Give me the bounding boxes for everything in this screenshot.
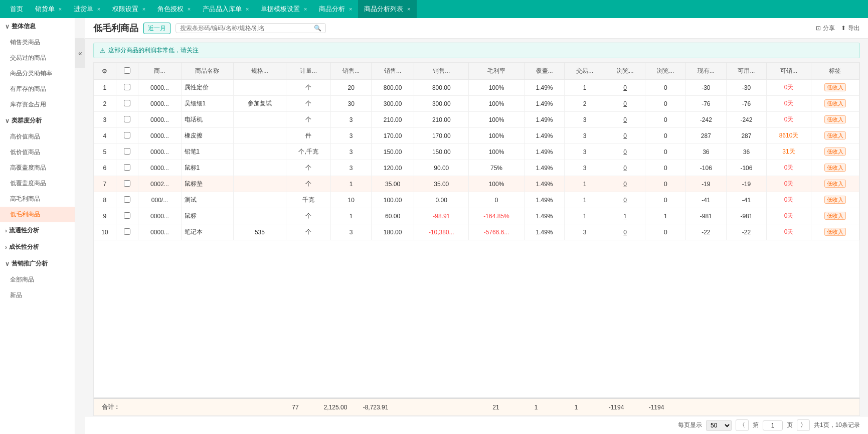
sidebar-collapse-button[interactable]: « <box>75 38 85 68</box>
close-icon[interactable]: × <box>407 6 410 12</box>
col-checkbox[interactable] <box>116 63 138 80</box>
warning-icon: ⚠ <box>100 47 105 54</box>
sidebar-item-high-value[interactable]: 高价值商品 <box>0 129 75 144</box>
row-browse1[interactable]: 0 <box>605 176 645 192</box>
row-checkbox[interactable] <box>116 144 138 160</box>
sidebar-item-high-margin[interactable]: 高毛利商品 <box>0 191 75 207</box>
row-coverage: 1.49% <box>524 112 565 128</box>
row-browse1[interactable]: 0 <box>605 224 645 240</box>
search-icon[interactable]: 🔍 <box>314 25 321 32</box>
row-available: 287 <box>726 128 767 144</box>
sidebar-group-overview[interactable]: ∨ 整体信息 <box>0 18 75 35</box>
row-select-checkbox[interactable] <box>124 228 130 235</box>
row-name[interactable]: 铅笔1 <box>181 144 234 160</box>
row-checkbox[interactable] <box>116 128 138 144</box>
col-settings[interactable]: ⚙ <box>94 63 116 80</box>
close-icon[interactable]: × <box>304 6 307 12</box>
row-tag: 低收入 <box>811 96 859 112</box>
nav-sales-order[interactable]: 销货单 × <box>29 0 68 18</box>
page-number-input[interactable] <box>763 420 783 430</box>
sidebar-group-growth[interactable]: › 成长性分析 <box>0 239 75 255</box>
row-browse1[interactable]: 0 <box>605 112 645 128</box>
row-checkbox[interactable] <box>116 176 138 192</box>
select-all-checkbox[interactable] <box>124 67 130 74</box>
row-name[interactable]: 属性定价 <box>181 80 234 96</box>
row-browse1[interactable]: 0 <box>605 192 645 208</box>
row-name[interactable]: 吴细细1 <box>181 96 234 112</box>
row-select-checkbox[interactable] <box>124 132 130 138</box>
row-select-checkbox[interactable] <box>124 148 130 155</box>
row-name[interactable]: 鼠标垫 <box>181 176 234 192</box>
close-icon[interactable]: × <box>59 6 62 12</box>
row-available: -76 <box>726 96 767 112</box>
sidebar-item-all-products[interactable]: 全部商品 <box>0 272 75 287</box>
row-select-checkbox[interactable] <box>124 100 130 106</box>
next-page-button[interactable]: 〉 <box>797 419 810 431</box>
row-select-checkbox[interactable] <box>124 212 130 219</box>
nav-product-analysis[interactable]: 商品分析 × <box>313 0 358 18</box>
row-select-checkbox[interactable] <box>124 196 130 203</box>
search-input[interactable] <box>180 25 314 32</box>
sidebar-group-marketing[interactable]: ∨ 营销推广分析 <box>0 255 75 272</box>
sidebar-item-low-coverage[interactable]: 低覆盖度商品 <box>0 176 75 191</box>
row-name[interactable]: 橡皮擦 <box>181 128 234 144</box>
sidebar-item-traded-products[interactable]: 交易过的商品 <box>0 50 75 66</box>
row-browse2: 0 <box>645 176 686 192</box>
page-label: 第 <box>753 421 759 429</box>
row-select-checkbox[interactable] <box>124 84 130 90</box>
close-icon[interactable]: × <box>97 6 100 12</box>
row-unit: 个,千克 <box>286 144 331 160</box>
row-name[interactable]: 笔记本 <box>181 224 234 240</box>
nav-permissions[interactable]: 权限设置 × <box>106 0 151 18</box>
row-tag: 低收入 <box>811 112 859 128</box>
sidebar-item-new-products[interactable]: 新品 <box>0 287 75 303</box>
sidebar-item-sales-products[interactable]: 销售类商品 <box>0 35 75 50</box>
nav-template-settings[interactable]: 单据模板设置 × <box>255 0 313 18</box>
sidebar-group-cluster[interactable]: ∨ 类群度分析 <box>0 112 75 129</box>
row-name[interactable]: 电话机 <box>181 112 234 128</box>
nav-role-auth[interactable]: 角色授权 × <box>151 0 197 18</box>
col-name-header: 商品名称 <box>181 63 234 80</box>
sidebar: ∨ 整体信息 销售类商品 交易过的商品 商品分类助销率 有库存的商品 库存资金占… <box>0 18 75 434</box>
row-name[interactable]: 鼠标1 <box>181 160 234 176</box>
nav-product-entry[interactable]: 产品品入库单 × <box>197 0 255 18</box>
row-browse1[interactable]: 0 <box>605 80 645 96</box>
row-browse1[interactable]: 0 <box>605 160 645 176</box>
row-select-checkbox[interactable] <box>124 164 130 171</box>
sidebar-item-low-margin[interactable]: 低毛利商品 <box>0 207 75 222</box>
footer-current-stock: -1194 <box>596 404 636 411</box>
row-browse1[interactable]: 0 <box>605 144 645 160</box>
row-checkbox[interactable] <box>116 96 138 112</box>
nav-product-analysis-list[interactable]: 商品分析列表 × <box>358 0 416 18</box>
share-button[interactable]: ⊡ 分享 <box>816 24 835 33</box>
sidebar-group-circulation[interactable]: › 流通性分析 <box>0 222 75 239</box>
row-name[interactable]: 测试 <box>181 192 234 208</box>
close-icon[interactable]: × <box>246 6 249 12</box>
row-checkbox[interactable] <box>116 208 138 224</box>
row-browse1[interactable]: 0 <box>605 96 645 112</box>
sidebar-item-stock-funds[interactable]: 库存资金占用 <box>0 97 75 112</box>
period-button[interactable]: 近一月 <box>143 23 170 34</box>
page-size-select[interactable]: 50 100 200 <box>706 420 732 431</box>
export-button[interactable]: ⬆ 导出 <box>841 24 860 33</box>
row-checkbox[interactable] <box>116 224 138 240</box>
prev-page-button[interactable]: 〈 <box>736 419 749 431</box>
sidebar-item-high-coverage[interactable]: 高覆盖度商品 <box>0 160 75 176</box>
close-icon[interactable]: × <box>349 6 352 12</box>
row-checkbox[interactable] <box>116 160 138 176</box>
row-checkbox[interactable] <box>116 112 138 128</box>
row-checkbox[interactable] <box>116 80 138 96</box>
nav-purchase-order[interactable]: 进货单 × <box>68 0 106 18</box>
close-icon[interactable]: × <box>188 6 191 12</box>
sidebar-item-category-assist-rate[interactable]: 商品分类助销率 <box>0 66 75 81</box>
row-select-checkbox[interactable] <box>124 180 130 187</box>
sidebar-item-stocked-products[interactable]: 有库存的商品 <box>0 81 75 97</box>
row-browse1[interactable]: 1 <box>605 208 645 224</box>
row-browse1[interactable]: 0 <box>605 128 645 144</box>
nav-home[interactable]: 首页 <box>4 0 29 18</box>
sidebar-item-low-value[interactable]: 低价值商品 <box>0 144 75 160</box>
row-checkbox[interactable] <box>116 192 138 208</box>
close-icon[interactable]: × <box>142 6 145 12</box>
row-name[interactable]: 鼠标 <box>181 208 234 224</box>
row-select-checkbox[interactable] <box>124 116 130 122</box>
